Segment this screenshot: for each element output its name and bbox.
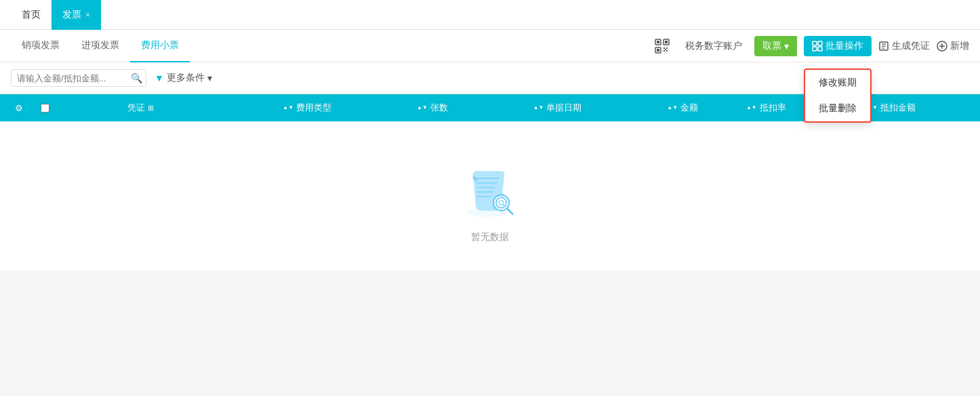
batch-op-wrap: 批量操作 修改账期 批量删除 xyxy=(804,36,872,56)
svg-rect-8 xyxy=(663,50,665,52)
expense-type-sort[interactable]: ▲▼ xyxy=(283,105,293,111)
th-deduct-rate: ▲▼ 抵扣率 xyxy=(724,102,808,114)
svg-rect-1 xyxy=(657,41,659,43)
svg-rect-3 xyxy=(665,41,668,43)
svg-rect-7 xyxy=(666,47,668,49)
amount-sort[interactable]: ▲▼ xyxy=(667,105,678,111)
svg-rect-12 xyxy=(818,41,822,45)
svg-rect-6 xyxy=(663,47,665,49)
search-icon[interactable]: 🔍 xyxy=(131,73,142,83)
th-voucher: 凭证 ⊞ xyxy=(57,102,224,114)
tab-income[interactable]: 进项发票 xyxy=(70,30,130,62)
svg-rect-10 xyxy=(665,49,666,50)
svg-rect-11 xyxy=(813,41,817,45)
filter-icon: ▼ xyxy=(155,73,164,83)
date-sort[interactable]: ▲▼ xyxy=(533,105,544,111)
th-date: ▲▼ 单据日期 xyxy=(474,102,640,114)
home-tab[interactable]: 首页 xyxy=(11,9,52,21)
voucher-icon xyxy=(878,41,889,52)
take-ticket-button[interactable]: 取票 ▾ xyxy=(754,36,797,56)
tab-expense[interactable]: 费用小票 xyxy=(130,30,190,62)
add-button[interactable]: 新增 xyxy=(937,40,969,52)
select-all-checkbox[interactable] xyxy=(41,104,49,113)
tax-account-button[interactable]: 税务数字账户 xyxy=(680,40,748,52)
modify-period-item[interactable]: 修改账期 xyxy=(805,70,870,96)
th-expense-type: ▲▼ 费用类型 xyxy=(224,102,390,114)
batch-delete-item[interactable]: 批量删除 xyxy=(805,96,870,121)
batch-dropdown-menu: 修改账期 批量删除 xyxy=(804,68,872,123)
svg-rect-13 xyxy=(813,47,817,51)
batch-icon xyxy=(812,41,823,52)
top-nav: 首页 发票 × xyxy=(0,0,980,30)
add-icon xyxy=(937,41,947,52)
generate-voucher-button[interactable]: 生成凭证 xyxy=(878,40,930,52)
search-input[interactable] xyxy=(17,73,131,83)
search-wrap: 🔍 xyxy=(11,69,146,87)
th-gear[interactable]: ⚙ xyxy=(5,103,33,113)
voucher-filter-icon[interactable]: ⊞ xyxy=(148,104,154,113)
empty-illustration xyxy=(456,162,524,223)
toolbar-right: 税务数字账户 取票 ▾ 批量操作 修改账期 批量删除 xyxy=(651,35,969,57)
th-checkbox[interactable] xyxy=(33,104,57,113)
count-sort[interactable]: ▲▼ xyxy=(417,105,428,111)
svg-rect-9 xyxy=(666,50,668,52)
take-ticket-group: 取票 ▾ xyxy=(754,36,797,56)
empty-state: 暂无数据 xyxy=(0,121,980,271)
deduct-rate-sort[interactable]: ▲▼ xyxy=(746,105,757,111)
invoice-tab[interactable]: 发票 × xyxy=(52,0,101,30)
batch-op-button[interactable]: 批量操作 xyxy=(804,36,872,56)
svg-rect-14 xyxy=(818,47,822,51)
empty-label: 暂无数据 xyxy=(471,231,509,243)
invoice-tab-close[interactable]: × xyxy=(85,10,90,20)
th-count: ▲▼ 张数 xyxy=(390,102,474,114)
qr-button[interactable] xyxy=(651,35,673,57)
tab-sales[interactable]: 销项发票 xyxy=(11,30,70,62)
toolbar: 销项发票 进项发票 费用小票 税务数字账户 xyxy=(0,30,980,62)
invoice-tab-label: 发票 xyxy=(62,9,81,21)
more-conditions-button[interactable]: ▼ 更多条件 ▾ xyxy=(155,72,212,84)
svg-line-25 xyxy=(508,209,513,214)
svg-rect-5 xyxy=(657,49,659,52)
th-amount: ▲▼ 金额 xyxy=(641,102,724,114)
